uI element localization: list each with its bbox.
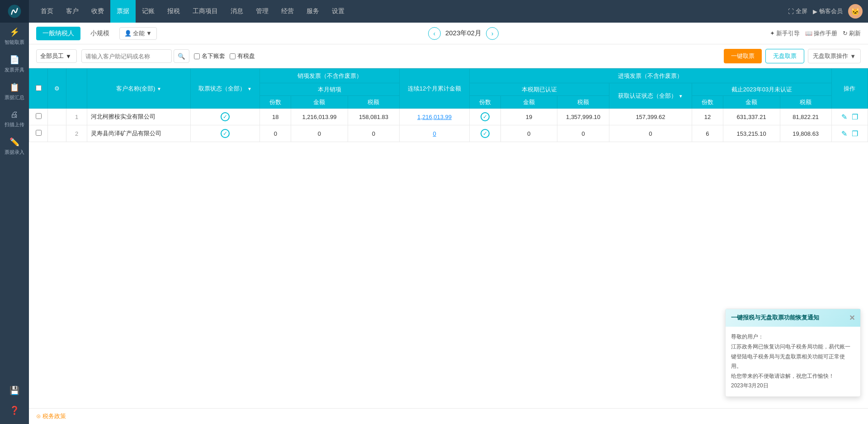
row-12m-link[interactable]: 0 xyxy=(433,130,436,137)
guide-btn[interactable]: ✦ 新手引导 xyxy=(770,29,800,38)
row-current-tax: 0 xyxy=(609,125,692,142)
row-12m-link[interactable]: 1,216,013.99 xyxy=(417,114,452,120)
row-current-count: 19 xyxy=(500,109,557,125)
nav-service[interactable]: 服务 xyxy=(300,0,326,23)
row-monthly-count: 18 xyxy=(260,109,291,125)
row-12m-amount: 1,216,013.99 xyxy=(400,109,470,125)
row-cert-status: ✓ xyxy=(470,125,501,142)
nav-biz[interactable]: 工商项目 xyxy=(186,0,224,23)
fetch-status-check-icon: ✓ xyxy=(221,129,230,138)
fetch-status-filter-icon[interactable]: ▼ xyxy=(247,86,252,91)
one-click-fetch-btn[interactable]: 一键取票 xyxy=(724,49,762,63)
row-action-cell xyxy=(48,125,66,142)
clipboard-icon: 📋 xyxy=(9,82,19,92)
tab-general[interactable]: 一般纳税人 xyxy=(36,27,80,40)
prev-month-btn[interactable]: ‹ xyxy=(428,27,441,40)
notification-scroll[interactable]: 尊敬的用户：江苏政务网已恢复访问电子税务局功能，易代账一键登陆电子税务局与无盘取… xyxy=(726,327,860,396)
user-avatar[interactable]: 🐱 xyxy=(848,4,863,19)
customer-filter-icon[interactable]: ▼ xyxy=(157,86,161,91)
nav-settings[interactable]: 设置 xyxy=(326,0,351,23)
nav-tax[interactable]: 报税 xyxy=(161,0,186,23)
toolbar: 全部员工 ▼ 🔍 名下账套 有税盘 一键取票 无盘取票 无盘取票操作 ▼ xyxy=(29,44,868,68)
row-uncert-count: 6 xyxy=(692,125,723,142)
th-monthly-tax: 税额 xyxy=(348,96,399,109)
nav-home[interactable]: 首页 xyxy=(34,0,60,23)
nav-client[interactable]: 客户 xyxy=(60,0,85,23)
has-tax-checkbox[interactable]: 有税盘 xyxy=(230,52,255,60)
row-checkbox-cell[interactable] xyxy=(29,109,48,125)
row-number: 2 xyxy=(66,125,87,142)
nav-billing[interactable]: 收费 xyxy=(85,0,110,23)
row-monthly-tax: 158,081.83 xyxy=(348,109,399,125)
sidebar-download-btn[interactable]: 💾 xyxy=(0,381,29,400)
member-btn[interactable]: ▶ 畅客会员 xyxy=(813,7,843,15)
copy-icon[interactable]: ❐ xyxy=(852,113,858,121)
th-operation: 操作 xyxy=(831,69,868,109)
th-num xyxy=(66,69,87,109)
manual-icon: 📖 xyxy=(805,30,812,37)
top-nav: 首页 客户 收费 票据 记账 报税 工商项目 消息 管理 经营 服务 设置 ⛶ … xyxy=(29,0,868,23)
row-monthly-amount: 1,216,013.99 xyxy=(291,109,348,125)
row-uncert-count: 12 xyxy=(692,109,723,125)
row-checkbox[interactable] xyxy=(36,130,42,136)
nav-right: ⛶ 全屏 ▶ 畅客会员 🐱 xyxy=(788,4,863,19)
search-input[interactable] xyxy=(81,49,172,63)
nav-manage[interactable]: 管理 xyxy=(250,0,275,23)
sidebar-item-invoice-summary[interactable]: 📋 票据汇总 xyxy=(0,78,29,105)
th-settings: ⚙ xyxy=(48,69,66,109)
search-btn[interactable]: 🔍 xyxy=(174,49,189,63)
tab-small[interactable]: 小规模 xyxy=(84,27,116,40)
copy-icon[interactable]: ❐ xyxy=(852,130,858,138)
sidebar-item-smart-fetch[interactable]: ⚡ 智能取票 xyxy=(0,23,29,50)
fullscreen-btn[interactable]: ⛶ 全屏 xyxy=(788,7,807,15)
table-row: 1 河北柯擦桉实业有限公司 ✓ 18 1,216,013.99 158,081.… xyxy=(29,109,868,125)
row-monthly-amount: 0 xyxy=(291,125,348,142)
edit-icon[interactable]: ✎ xyxy=(841,130,847,138)
th-checkbox xyxy=(29,69,48,109)
invoice-table: ⚙ 客户名称(全部) ▼ 取票状态（全部） ▼ 销项发票（不含作废票） xyxy=(29,68,868,142)
select-all-checkbox[interactable] xyxy=(36,85,42,91)
tab-bar: 一般纳税人 小规模 👤 全能 ▼ ‹ 2023年02月 › ✦ 新手引导 📖 操… xyxy=(29,23,868,44)
cert-filter-icon[interactable]: ▼ xyxy=(679,94,683,99)
my-account-checkbox[interactable]: 名下账套 xyxy=(194,52,225,60)
tax-policy-link[interactable]: ⊙ 税务政策 xyxy=(36,412,66,420)
row-operations: ✎ ❐ xyxy=(831,109,868,125)
row-checkbox[interactable] xyxy=(36,113,42,119)
row-action-cell xyxy=(48,109,66,125)
sidebar-item-scan-upload[interactable]: 🖨 扫描上传 xyxy=(0,105,29,133)
th-customer: 客户名称(全部) ▼ xyxy=(87,69,191,109)
notification-close-btn[interactable]: ✕ xyxy=(849,314,855,322)
row-current-tax: 157,399.62 xyxy=(609,109,692,125)
refresh-btn[interactable]: ↻ 刷新 xyxy=(843,29,861,38)
nav-invoice[interactable]: 票据 xyxy=(110,0,136,23)
th-uncert-count: 份数 xyxy=(692,96,723,109)
th-monthly-count: 份数 xyxy=(260,96,291,109)
nodisk-fetch-btn[interactable]: 无盘取票 xyxy=(765,49,804,63)
cert-status-check-icon: ✓ xyxy=(481,112,490,121)
tab-all[interactable]: 👤 全能 ▼ xyxy=(119,27,157,40)
th-monthly-amount: 金额 xyxy=(291,96,348,109)
nav-message[interactable]: 消息 xyxy=(224,0,250,23)
row-uncert-amount: 153,215.10 xyxy=(723,125,780,142)
guide-icon: ✦ xyxy=(770,30,775,37)
nav-bookkeeping[interactable]: 记账 xyxy=(136,0,161,23)
manual-btn[interactable]: 📖 操作手册 xyxy=(805,29,837,38)
nav-operate[interactable]: 经营 xyxy=(275,0,300,23)
row-customer: 河北柯擦桉实业有限公司 xyxy=(87,109,191,125)
next-month-btn[interactable]: › xyxy=(486,27,499,40)
row-checkbox-cell[interactable] xyxy=(29,125,48,142)
sidebar-help-btn[interactable]: ❓ xyxy=(0,401,29,419)
sidebar-item-issue-invoice[interactable]: 📄 发票开具 xyxy=(0,50,29,78)
sidebar-item-data-entry[interactable]: ✏️ 票据录入 xyxy=(0,133,29,160)
status-bar: ⊙ 税务政策 xyxy=(29,408,868,424)
nodisk-ops-btn[interactable]: 无盘取票操作 ▼ xyxy=(808,49,861,63)
row-customer: 灵寿县尚泽矿产品有限公司 xyxy=(87,125,191,142)
th-current-amount: 金额 xyxy=(500,96,557,109)
printer-icon: 🖨 xyxy=(10,110,19,119)
toolbar-right-buttons: 一键取票 无盘取票 无盘取票操作 ▼ xyxy=(724,49,861,63)
fullscreen-icon: ⛶ xyxy=(788,8,794,15)
edit-icon[interactable]: ✎ xyxy=(841,113,847,121)
person-icon: 👤 xyxy=(124,30,132,37)
notification-title: 一键报税与无盘取票功能恢复通知 xyxy=(731,314,819,322)
employee-select[interactable]: 全部员工 ▼ xyxy=(36,49,77,63)
